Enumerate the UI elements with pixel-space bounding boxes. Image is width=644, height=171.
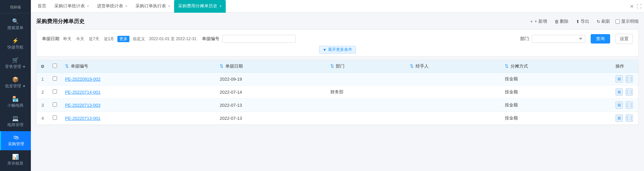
refresh-label: 刷新: [601, 18, 610, 24]
tab-close-icon[interactable]: ×: [125, 4, 127, 8]
order-no-cell[interactable]: PE-20220919-002: [61, 73, 216, 86]
more-action-icon[interactable]: ⋮⋮: [626, 101, 633, 109]
handler-cell: [406, 112, 501, 125]
data-table: ⚙ ⇅ 单据编号 ⇅ 单据日期: [36, 60, 639, 125]
shortcut-7days[interactable]: 近7天: [88, 36, 101, 42]
split-method-cell: 按金额: [501, 112, 611, 125]
sidebar-item-retail[interactable]: 🛒 零售管理 ▼: [0, 54, 31, 73]
query-button[interactable]: 查询: [591, 34, 610, 44]
row-checkbox[interactable]: [53, 102, 57, 107]
col-order-no: ⇅ 单据编号: [61, 60, 216, 73]
shortcut-custom[interactable]: 自定义: [131, 36, 146, 42]
more-action-icon[interactable]: ⋮⋮: [626, 114, 633, 122]
sidebar: 指标板 🔍 搜索菜单 ⚡ 快捷导航 🛒 零售管理 ▼ 📦 批发管理 ▼ 🏪 小畅…: [0, 0, 31, 171]
main-area: 首页 采购订单统计表 × 进货单统计表 × 采购订单执行表 × 采购费用分摊单历…: [31, 0, 644, 171]
tab-close-icon[interactable]: ×: [87, 4, 89, 8]
row-number: 2: [37, 86, 49, 99]
quicknav-icon: ⚡: [1, 37, 30, 44]
table-row: 4 PE-20220713-001 2022-07-13 按金额 ⊞ ⋮⋮: [37, 112, 638, 125]
order-no-cell[interactable]: PE-20220713-003: [61, 99, 216, 112]
dept-cell: 财务部: [326, 86, 406, 99]
expand-more-button[interactable]: ▼ 展开更多条件: [319, 46, 356, 54]
filter-bar: 单据日期 昨天 今天 近7天 近1月 更多 自定义 2022-01-01 至 2…: [36, 29, 639, 57]
row-checkbox[interactable]: [53, 89, 57, 94]
sidebar-item-minishop[interactable]: 🏪 小畅电商: [0, 92, 31, 112]
tab-close-icon[interactable]: ×: [168, 4, 170, 8]
tab-home[interactable]: 首页: [34, 0, 50, 13]
dept-cell: [326, 73, 406, 86]
split-method-cell: 按金额: [501, 73, 611, 86]
col-order-date: ⇅ 单据日期: [216, 60, 326, 73]
row-number: 3: [37, 99, 49, 112]
sidebar-item-label: 电商管理: [7, 122, 23, 127]
shortcut-today[interactable]: 今天: [75, 36, 86, 42]
col-checkbox: [49, 60, 61, 73]
content-area: 采购费用分摊单历史 ＋ + 新增 🗑 删除 ⬆ 导出 ↻ 刷新: [31, 13, 644, 171]
sidebar-item-finance[interactable]: 💰 资金管理: [0, 170, 31, 171]
select-all-checkbox[interactable]: [53, 64, 57, 68]
sidebar-item-ecom[interactable]: 💻 电商管理: [0, 112, 31, 131]
tab-bar-controls: ✕ ⛶: [630, 4, 641, 9]
tab-close-icon[interactable]: ×: [219, 4, 221, 8]
action-cell: ⊞ ⋮⋮: [611, 99, 638, 112]
add-button[interactable]: ＋ + 新增: [527, 17, 549, 25]
refresh-button[interactable]: ↻ 刷新: [595, 17, 612, 25]
tab-purchase-order-exec[interactable]: 采购订单执行表 ×: [131, 0, 174, 13]
dept-select[interactable]: [532, 35, 585, 43]
show-detail-checkbox[interactable]: [615, 19, 620, 24]
tab-bar: 首页 采购订单统计表 × 进货单统计表 × 采购订单执行表 × 采购费用分摊单历…: [31, 0, 644, 13]
tab-purchase-inbound-stat[interactable]: 进货单统计表 ×: [93, 0, 131, 13]
sidebar-item-purchase[interactable]: 🛍 采购管理: [0, 131, 31, 150]
shortcut-more[interactable]: 更多: [117, 36, 129, 42]
sidebar-item-wholesale[interactable]: 📦 批发管理 ▼: [0, 73, 31, 92]
handler-cell: [406, 73, 501, 86]
export-label: 导出: [581, 18, 589, 24]
add-icon: ＋: [529, 18, 534, 24]
sidebar-item-quicknav[interactable]: ⚡ 快捷导航: [0, 34, 31, 54]
delete-button[interactable]: 🗑 删除: [552, 17, 571, 25]
wholesale-icon: 📦: [1, 76, 30, 83]
close-all-icon[interactable]: ✕: [630, 4, 634, 9]
row-checkbox[interactable]: [53, 115, 57, 120]
table-row: 1 PE-20220919-002 2022-09-19 按金额 ⊞ ⋮⋮: [37, 73, 638, 86]
sidebar-item-label: 快捷导航: [7, 45, 23, 50]
export-button[interactable]: ⬆ 导出: [574, 17, 591, 25]
tab-home-label: 首页: [38, 3, 46, 9]
order-no-cell[interactable]: PE-20220714-001: [61, 86, 216, 99]
shortcut-yesterday[interactable]: 昨天: [62, 36, 73, 42]
view-action-icon[interactable]: ⊞: [615, 88, 623, 96]
sidebar-item-label: 库存核算: [7, 161, 23, 166]
minishop-icon: 🏪: [1, 96, 30, 102]
tab-purchase-order-stat[interactable]: 采购订单统计表 ×: [50, 0, 93, 13]
sidebar-item-search[interactable]: 🔍 搜索菜单: [0, 15, 31, 34]
more-action-icon[interactable]: ⋮⋮: [626, 75, 633, 83]
more-action-icon[interactable]: ⋮⋮: [626, 88, 633, 96]
view-action-icon[interactable]: ⊞: [615, 101, 623, 109]
maximize-icon[interactable]: ⛶: [637, 4, 641, 9]
tab-purchase-fee-split[interactable]: 采购费用分摊单历史 ×: [174, 0, 225, 13]
view-action-icon[interactable]: ⊞: [615, 75, 623, 83]
order-date-cell: 2022-07-13: [216, 112, 326, 125]
view-action-icon[interactable]: ⊞: [615, 114, 623, 122]
dept-cell: [326, 112, 406, 125]
filter-row-1: 单据日期 昨天 今天 近7天 近1月 更多 自定义 2022-01-01 至 2…: [42, 34, 633, 44]
retail-icon: 🛒: [1, 57, 30, 63]
sort-icon: ⇅: [220, 64, 223, 69]
sidebar-item-inventory[interactable]: 📊 库存核算: [0, 150, 31, 170]
chevron-down-icon: ▼: [323, 48, 327, 52]
row-checkbox[interactable]: [53, 76, 57, 81]
dept-cell: [326, 99, 406, 112]
delete-label: 删除: [560, 18, 569, 24]
show-detail-checkbox-label[interactable]: 显示明细: [615, 18, 639, 24]
inventory-icon: 📊: [1, 154, 30, 160]
date-filter-label: 单据日期: [42, 36, 59, 42]
filter-setting-button[interactable]: 设置: [615, 34, 633, 44]
order-no-input[interactable]: [222, 35, 296, 43]
sidebar-logo: 指标板: [0, 3, 31, 13]
order-no-cell[interactable]: PE-20220713-001: [61, 112, 216, 125]
delete-icon: 🗑: [554, 19, 559, 24]
settings-icon[interactable]: ⚙: [41, 64, 45, 69]
col-dept: ⇅ 部门: [326, 60, 406, 73]
shortcut-1month[interactable]: 近1月: [103, 36, 116, 42]
order-no-filter-group: 单据编号: [202, 35, 296, 43]
